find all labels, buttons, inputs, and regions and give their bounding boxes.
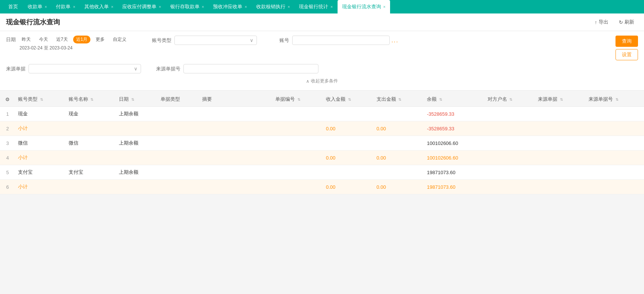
cell-date bbox=[116, 180, 158, 194]
col-income[interactable]: 收入金额 ⇅ bbox=[323, 92, 374, 107]
nav-tab-qitashouru[interactable]: 其他收入单 × bbox=[80, 0, 118, 13]
date-opt-more[interactable]: 更多 bbox=[93, 36, 108, 43]
col-settings[interactable]: ⚙ bbox=[0, 92, 15, 107]
col-account-type[interactable]: 账号类型 ⇅ bbox=[15, 92, 66, 107]
cell-source-doc bbox=[535, 136, 585, 151]
cell-summary bbox=[199, 180, 273, 194]
nav-tab-yinhangcunqu[interactable]: 银行存取款单 × bbox=[166, 0, 209, 13]
cell-account-name bbox=[66, 180, 116, 194]
cell-doc-num bbox=[272, 136, 323, 151]
cell-source-doc bbox=[535, 107, 585, 121]
sort-icon: ⇅ bbox=[348, 97, 351, 101]
close-icon[interactable]: × bbox=[330, 4, 333, 9]
refresh-button[interactable]: ↻ 刷新 bbox=[615, 17, 638, 27]
table-header-row: ⚙ 账号类型 ⇅ 账号名称 ⇅ 日期 ⇅ 单据类型 摘要 bbox=[0, 92, 644, 107]
nav-tab-yushou[interactable]: 预收冲应收单 × bbox=[209, 0, 251, 13]
cell-counterpart bbox=[485, 151, 535, 165]
cell-expense bbox=[374, 107, 424, 121]
col-expense[interactable]: 支出金额 ⇅ bbox=[374, 92, 424, 107]
cell-source-doc bbox=[535, 151, 585, 165]
close-icon[interactable]: × bbox=[159, 4, 161, 9]
cell-counterpart bbox=[485, 121, 535, 136]
chevron-down-icon: ∨ bbox=[250, 37, 254, 43]
col-balance[interactable]: 余额 ⇅ bbox=[424, 92, 485, 107]
close-icon[interactable]: × bbox=[111, 4, 113, 9]
row-number: 2 bbox=[0, 121, 15, 136]
cell-date: 上期余额 bbox=[116, 107, 158, 121]
cell-account-type: 支付宝 bbox=[15, 165, 66, 180]
header-actions: ↑ 导出 ↻ 刷新 bbox=[591, 17, 638, 27]
close-icon[interactable]: × bbox=[383, 4, 386, 9]
close-icon[interactable]: × bbox=[73, 4, 75, 9]
cell-income: 0.00 bbox=[323, 151, 374, 165]
close-icon[interactable]: × bbox=[45, 4, 47, 9]
cell-source-doc bbox=[535, 180, 585, 194]
account-type-label: 账号类型 bbox=[152, 37, 171, 44]
cell-account-type: 微信 bbox=[15, 136, 66, 151]
cell-doc-num bbox=[272, 151, 323, 165]
date-opt-today[interactable]: 今天 bbox=[36, 36, 51, 43]
source-doc-select[interactable]: ∨ bbox=[29, 64, 141, 73]
close-icon[interactable]: × bbox=[245, 4, 247, 9]
account-label: 账号 bbox=[279, 37, 289, 44]
col-date[interactable]: 日期 ⇅ bbox=[116, 92, 158, 107]
collapse-icon: ∧ bbox=[306, 79, 309, 84]
account-input[interactable] bbox=[292, 36, 390, 45]
nav-tab-xianjinyinhang[interactable]: 现金银行统计 × bbox=[294, 0, 337, 13]
page-header: 现金银行流水查询 ↑ 导出 ↻ 刷新 bbox=[0, 13, 644, 31]
sort-icon: ⇅ bbox=[615, 97, 618, 101]
cell-expense: 0.00 bbox=[374, 180, 424, 194]
cell-summary bbox=[199, 136, 273, 151]
query-button[interactable]: 查询 bbox=[615, 36, 638, 47]
nav-tab-liushui[interactable]: 现金银行流水查询 × bbox=[338, 0, 390, 13]
col-source-doc[interactable]: 来源单据 ⇅ bbox=[535, 92, 585, 107]
date-opt-1month[interactable]: 近1月 bbox=[73, 36, 91, 43]
cell-income: 0.00 bbox=[323, 180, 374, 194]
cell-summary bbox=[199, 121, 273, 136]
col-source-doc-num[interactable]: 来源单据号 ⇅ bbox=[585, 92, 644, 107]
date-opt-yesterday[interactable]: 昨天 bbox=[19, 36, 34, 43]
col-counterpart[interactable]: 对方户名 ⇅ bbox=[485, 92, 535, 107]
source-doc-num-input[interactable] bbox=[183, 64, 318, 73]
close-icon[interactable]: × bbox=[202, 4, 204, 9]
account-type-select[interactable]: ∨ bbox=[174, 36, 257, 45]
cell-source-doc bbox=[535, 121, 585, 136]
cell-doc-type bbox=[158, 136, 199, 151]
cell-balance: 100102606.60 bbox=[424, 151, 485, 165]
cell-doc-type bbox=[158, 151, 199, 165]
nav-home[interactable]: 首页 bbox=[3, 3, 23, 10]
col-account-name[interactable]: 账号名称 ⇅ bbox=[66, 92, 116, 107]
export-button[interactable]: ↑ 导出 bbox=[591, 17, 612, 27]
cell-doc-type bbox=[158, 165, 199, 180]
col-doc-num[interactable]: 单据编号 ⇅ bbox=[272, 92, 323, 107]
sort-icon: ⇅ bbox=[131, 97, 134, 101]
cell-doc-num bbox=[272, 121, 323, 136]
more-options-icon[interactable]: ... bbox=[391, 37, 398, 44]
nav-tab-shoukuanxiaoxiao[interactable]: 收款核销执行 × bbox=[252, 0, 294, 13]
date-opt-7days[interactable]: 近7天 bbox=[53, 36, 71, 43]
table-row: 4 小计 0.00 0.00 100102606.60 bbox=[0, 151, 644, 165]
cell-income bbox=[323, 165, 374, 180]
sort-icon: ⇅ bbox=[297, 97, 300, 101]
nav-tab-yingshoutiaozheng[interactable]: 应收应付调整单 × bbox=[118, 0, 165, 13]
close-icon[interactable]: × bbox=[288, 4, 290, 9]
nav-tab-shoukuan[interactable]: 收款单 × bbox=[23, 0, 51, 13]
refresh-icon: ↻ bbox=[619, 19, 623, 25]
cell-balance: -3528659.33 bbox=[424, 121, 485, 136]
table-container: ⚙ 账号类型 ⇅ 账号名称 ⇅ 日期 ⇅ 单据类型 摘要 bbox=[0, 92, 644, 194]
cell-balance: -3528659.33 bbox=[424, 107, 485, 121]
date-range-display: 2023-02-24 至 2023-03-24 bbox=[20, 45, 72, 51]
row-number: 6 bbox=[0, 180, 15, 194]
settings-button[interactable]: 设置 bbox=[615, 49, 638, 60]
source-doc-num-label: 来源单据号 bbox=[156, 66, 180, 72]
cell-summary bbox=[199, 107, 273, 121]
collapse-bar[interactable]: ∧ 收起更多条件 bbox=[6, 76, 638, 86]
cell-account-name: 现金 bbox=[66, 107, 116, 121]
cell-doc-num bbox=[272, 180, 323, 194]
sort-icon: ⇅ bbox=[509, 97, 512, 101]
page-title: 现金银行流水查询 bbox=[6, 18, 60, 27]
nav-tab-fukuan[interactable]: 付款单 × bbox=[51, 0, 80, 13]
chevron-down-icon: ∨ bbox=[134, 66, 138, 72]
sort-icon: ⇅ bbox=[40, 97, 43, 101]
date-opt-custom[interactable]: 自定义 bbox=[110, 36, 129, 43]
